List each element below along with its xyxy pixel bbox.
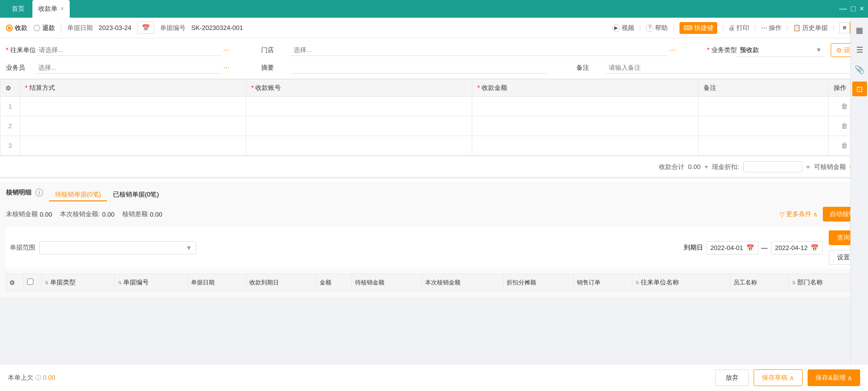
save-new-btn[interactable]: 保存&新增 ∧ [808, 369, 860, 386]
sidebar-list-icon[interactable]: ☰ [852, 42, 867, 57]
discount-input[interactable] [743, 161, 802, 172]
shop-more-icon[interactable]: ··· [667, 46, 678, 55]
staff-field-group: 业务员 ··· [6, 62, 232, 74]
amount-cell-3[interactable] [472, 136, 699, 156]
video-btn[interactable]: ▶ 视频 [612, 24, 634, 32]
video-label: 视频 [622, 24, 634, 32]
payment-cell-1[interactable] [20, 97, 246, 116]
tab-close-icon[interactable]: × [60, 0, 64, 18]
sidebar-attachment-icon[interactable]: 📎 [852, 62, 867, 77]
row-num-3: 3 [0, 136, 20, 156]
radio-refund-dot [33, 25, 40, 31]
account-cell-1[interactable] [246, 97, 472, 116]
tab-home[interactable]: 首页 [4, 0, 32, 18]
bt-col-settings[interactable]: ⚙ [6, 274, 24, 291]
table-row: 3 🗑 ⧉ [0, 136, 868, 156]
tab-done[interactable]: 已核销单据(0笔) [107, 189, 165, 201]
footer-info: 本单上欠 ⓘ 0.00 [8, 373, 55, 382]
payment-cell-3[interactable] [20, 136, 246, 156]
delete-icon-1[interactable]: 🗑 [841, 102, 848, 111]
delete-icon-2[interactable]: 🗑 [841, 122, 848, 130]
staff-input[interactable] [35, 62, 221, 74]
diff-label: 核销差额 [122, 210, 148, 219]
draft-btn[interactable]: 保存草稿 ∧ [754, 369, 803, 386]
col-settings-header[interactable]: ⚙ [0, 80, 20, 97]
reconcile-title: 核销明细 i [6, 188, 43, 197]
biztype-select[interactable]: 预收款 ▼ [737, 44, 825, 57]
reconcile-table: ⚙ ⇅ 单据类型 ⇅ 单据编号 单据日期 收款到期日 金额 待 [6, 274, 862, 291]
operation-btn[interactable]: ⋯ 操作 [761, 24, 782, 32]
range-select[interactable]: ▼ [39, 241, 196, 254]
date-value: 2023-03-24 [99, 24, 132, 31]
gear-icon: ⚙ [836, 47, 842, 54]
summary-input[interactable] [291, 62, 547, 74]
table-header-row: ⚙ 结算方式 收款账号 收款金额 备注 操作 [0, 80, 868, 97]
minimize-icon[interactable]: — [839, 4, 847, 13]
range-label: 单据范围 [10, 243, 35, 252]
staff-more-icon[interactable]: ··· [221, 63, 232, 72]
bt-col-checkbox[interactable] [24, 274, 42, 291]
shop-input[interactable] [291, 44, 667, 56]
date-from-input[interactable]: 2022-04-01 📅 [706, 241, 759, 254]
reconcile-info-icon[interactable]: i [35, 189, 43, 196]
bt-col-type: ⇅ 单据类型 [42, 274, 115, 291]
sort-icon: ⇅ [45, 280, 49, 285]
bottom-table-header: ⚙ ⇅ 单据类型 ⇅ 单据编号 单据日期 收款到期日 金额 待 [6, 274, 862, 291]
notes-input[interactable] [606, 62, 862, 74]
range-caret: ▼ [186, 244, 192, 251]
biztype-value: 预收款 [740, 46, 759, 55]
unchecked-stat: 未核销金额 0.00 [6, 210, 52, 219]
quota-value: 0.00 [43, 374, 55, 381]
tab-active-label: 收款单 [38, 0, 57, 18]
partner-input[interactable] [36, 44, 221, 56]
col-account-header: 收款账号 [246, 80, 472, 97]
tab-pending[interactable]: 待核销单据(0笔) [49, 189, 107, 201]
summary-field-group: 摘要 [261, 62, 547, 74]
notes-cell-3[interactable] [698, 136, 828, 156]
num-value: SK-20230324-001 [191, 24, 244, 31]
date-to-input[interactable]: 2022-04-12 📅 [771, 241, 823, 254]
more-filter-btn[interactable]: ▽ 更多条件 ∧ [780, 210, 818, 219]
window-close-icon[interactable]: × [860, 4, 864, 13]
account-cell-3[interactable] [246, 136, 472, 156]
bt-settings-icon: ⚙ [9, 279, 15, 286]
history-label: 历史单据 [802, 24, 828, 32]
bottom-table-section: ⚙ ⇅ 单据类型 ⇅ 单据编号 单据日期 收款到期日 金额 待 [6, 274, 862, 291]
sidebar-grid-icon[interactable]: ▦ [852, 23, 867, 37]
notes-label: 备注 [576, 63, 606, 72]
summary-row: 收款合计 0.00 + 现金折扣: = 可核销金额 0.00 [0, 156, 868, 178]
maximize-icon[interactable]: □ [851, 4, 856, 13]
keyboard-icon: ⌨ [683, 24, 693, 31]
payment-cell-2[interactable] [20, 116, 246, 136]
date-range: 到期日 2022-04-01 📅 — 2022-04-12 📅 [684, 241, 823, 254]
history-btn[interactable]: 📋 历史单据 [793, 24, 828, 32]
summary-label: 摘要 [261, 63, 291, 72]
partner-more-icon[interactable]: ··· [221, 46, 232, 55]
radio-refund[interactable]: 退款 [33, 24, 55, 32]
notes-cell-1[interactable] [698, 97, 828, 116]
amount-cell-2[interactable] [472, 116, 699, 136]
sidebar-screenshot-icon[interactable]: ⊡ [852, 82, 867, 96]
operation-icon: ⋯ [761, 24, 767, 31]
print-btn[interactable]: 🖨 打印 [729, 24, 749, 32]
help-btn[interactable]: ? 帮助 [646, 24, 668, 32]
bt-col-staff: 员工名称 [730, 274, 788, 291]
calendar-btn[interactable]: 📅 [137, 22, 154, 34]
col-account-label: 收款账号 [251, 84, 281, 91]
view-list-btn[interactable]: ≡ [839, 22, 850, 33]
footer-buttons: 放弃 保存草稿 ∧ 保存&新增 ∧ [715, 369, 860, 386]
tab-active[interactable]: 收款单 × [32, 0, 70, 18]
shortcut-btn[interactable]: ⌨ 快捷键 [679, 22, 717, 34]
biztype-label: 业务类型 [707, 46, 737, 55]
receipt-type-group: 收款 退款 [6, 24, 55, 32]
select-all-checkbox[interactable] [27, 279, 33, 285]
notes-cell-2[interactable] [698, 116, 828, 136]
delete-icon-3[interactable]: 🗑 [841, 141, 848, 150]
calendar-from-icon: 📅 [746, 244, 754, 251]
bt-col-date: 单据日期 [188, 274, 246, 291]
amount-cell-1[interactable] [472, 97, 699, 116]
abandon-btn[interactable]: 放弃 [715, 369, 749, 386]
radio-receive[interactable]: 收款 [6, 24, 27, 32]
account-cell-2[interactable] [246, 116, 472, 136]
chevron-up-icon: ∧ [813, 211, 818, 218]
